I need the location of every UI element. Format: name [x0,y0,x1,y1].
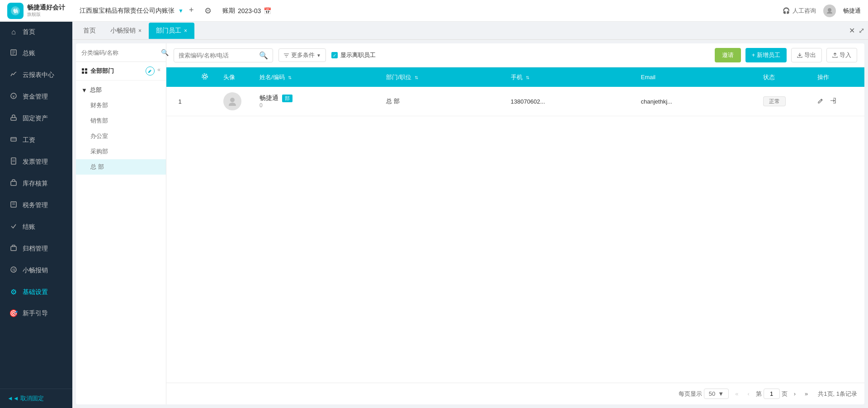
add-dept-button[interactable] [146,66,155,76]
sidebar-item-xiaochang[interactable]: 报 小畅报销 [0,260,72,281]
page-prefix-label: 第 [756,390,762,398]
next-page-button[interactable]: › [791,389,798,398]
table-body: 1 [166,87,864,116]
page-size-selector: 每页显示 50 ▼ [679,389,729,399]
tab-xiaochang-close[interactable]: × [138,28,142,34]
sidebar-item-archive[interactable]: 归档管理 [0,238,72,260]
dept-node-finance[interactable]: 财务部 [76,98,166,113]
more-filter-label: 更多条件 [291,51,315,59]
dept-header: 全部部门 « [76,62,166,81]
grid-icon [81,68,88,74]
dept-badge: 部 [282,95,292,102]
tab-close-icon[interactable]: ✕ [849,26,855,35]
cancel-fixed-button[interactable]: ◄◄ 取消固定 [0,389,72,408]
first-page-button[interactable]: « [732,389,741,398]
col-actions: 操作 [810,67,864,87]
sidebar-item-checkout[interactable]: 结账 [0,216,72,238]
per-page-label: 每页显示 [679,390,702,398]
sidebar-item-salary[interactable]: 工资 [0,129,72,151]
import-icon [832,52,838,58]
invite-button[interactable]: 邀请 [715,48,741,62]
add-company-button[interactable]: + [189,5,200,16]
more-filter-button[interactable]: 更多条件 ▼ [278,48,326,62]
page-number-input[interactable] [764,389,780,399]
sidebar-item-assets[interactable]: 固定资产 [0,108,72,129]
pagination-bar: 每页显示 50 ▼ « ‹ 第 页 › » 共1页, [166,383,864,404]
dept-label-procurement: 采购部 [90,147,108,156]
tab-expand-icon[interactable]: ⤢ [859,26,864,35]
employee-avatar [223,92,241,110]
assets-icon [9,114,18,123]
sidebar-item-guide[interactable]: 🎯 新手引导 [0,303,72,324]
dept-search-area: 🔍 [76,43,166,62]
last-page-button[interactable]: » [802,389,811,398]
settings-icon[interactable]: ⚙ [204,6,212,16]
sidebar-item-tax[interactable]: 税务管理 [0,195,72,216]
name-sort-icon: ⇅ [288,75,292,80]
edit-employee-icon[interactable] [817,97,824,105]
add-employee-button[interactable]: + 新增员工 [745,48,787,62]
company-selector[interactable]: 江西服宝精品有限责任公司内账张 ▼ [80,7,184,15]
import-button[interactable]: 导入 [826,48,857,62]
employee-name: 畅捷通 [259,94,278,102]
show-resigned-toggle[interactable]: ✓ 显示离职员工 [331,51,376,59]
col-status-label: 状态 [763,74,775,81]
account-period-label: 账期 [222,7,235,15]
dept-search-input[interactable] [81,49,157,56]
sidebar-label-inventory: 库存核算 [23,180,48,188]
sidebar-item-home[interactable]: ⌂ 首页 [0,22,72,43]
dept-label-sales: 销售部 [90,117,108,125]
company-name: 江西服宝精品有限责任公司内账张 [80,7,175,15]
total-info: 共1页, 1条记录 [818,390,857,398]
col-phone-label: 手机 [511,74,523,81]
tabs-bar: 首页 小畅报销 × 部门员工 × ✕ ⤢ [72,22,868,40]
delete-employee-icon[interactable] [830,97,836,105]
export-label: 导出 [804,51,816,59]
export-button[interactable]: 导出 [791,48,822,62]
sidebar-item-funds[interactable]: ¥ 资金管理 [0,86,72,108]
logo-svg: 畅 [10,6,20,16]
calendar-icon[interactable]: 📅 [264,7,271,14]
cell-phone: 138070602... [504,87,634,116]
employee-toolbar: 🔍 更多条件 ▼ ✓ 显示离职员工 [166,43,864,67]
tab-home[interactable]: 首页 [76,23,103,39]
logo-text-block: 畅捷通好会计 旗舰版 [27,4,65,18]
tab-dept-employee[interactable]: 部门员工 × [149,23,194,39]
sidebar-item-reports[interactable]: 云报表中心 [0,64,72,86]
dept-panel: 🔍 全部部门 [76,43,166,404]
dept-node-zongbu-group[interactable]: ▼ 总部 [76,82,166,98]
tab-dept-employee-close[interactable]: × [184,28,187,34]
dept-node-procurement[interactable]: 采购部 [76,144,166,159]
employee-code: 0 [259,102,372,109]
invoice-icon [9,157,18,166]
dept-collapse-button[interactable]: « [157,66,160,76]
dept-node-office[interactable]: 办公室 [76,128,166,144]
dept-header-actions: « [146,66,160,76]
sidebar-item-invoice[interactable]: 发票管理 [0,151,72,173]
xiaochang-icon: 报 [9,266,18,275]
col-name[interactable]: 姓名/编码 ⇅ [252,67,379,87]
cell-email: chanjethkj... [634,87,756,116]
sidebar-label-guide: 新手引导 [23,309,48,318]
sidebar-label-xiaochang: 小畅报销 [23,266,48,275]
employee-search-input[interactable] [179,52,256,59]
username-top: 畅捷通 [843,7,861,15]
sidebar-item-ledger[interactable]: 总账 [0,43,72,64]
dept-node-sales[interactable]: 销售部 [76,113,166,128]
dept-node-zongbu[interactable]: 总 部 [76,159,166,175]
prev-page-button[interactable]: ‹ [745,389,752,398]
sidebar-item-inventory[interactable]: 库存核算 [0,173,72,195]
page-size-value[interactable]: 50 ▼ [704,389,729,399]
sidebar-item-settings[interactable]: ⚙ 基础设置 [0,281,72,303]
svg-rect-25 [85,71,87,74]
search-magnifier-icon[interactable]: 🔍 [259,51,268,60]
edit-icon [817,97,824,104]
tab-xiaochang[interactable]: 小畅报销 × [103,23,149,39]
sidebar-label-archive: 归档管理 [23,245,48,253]
col-phone[interactable]: 手机 ⇅ [504,67,634,87]
cell-name: 畅捷通 部 0 [252,87,379,116]
col-dept[interactable]: 部门/职位 ⇅ [379,67,503,87]
col-settings[interactable] [193,67,216,87]
show-resigned-checkbox: ✓ [331,52,338,58]
service-button[interactable]: 🎧 人工咨询 [783,7,816,15]
